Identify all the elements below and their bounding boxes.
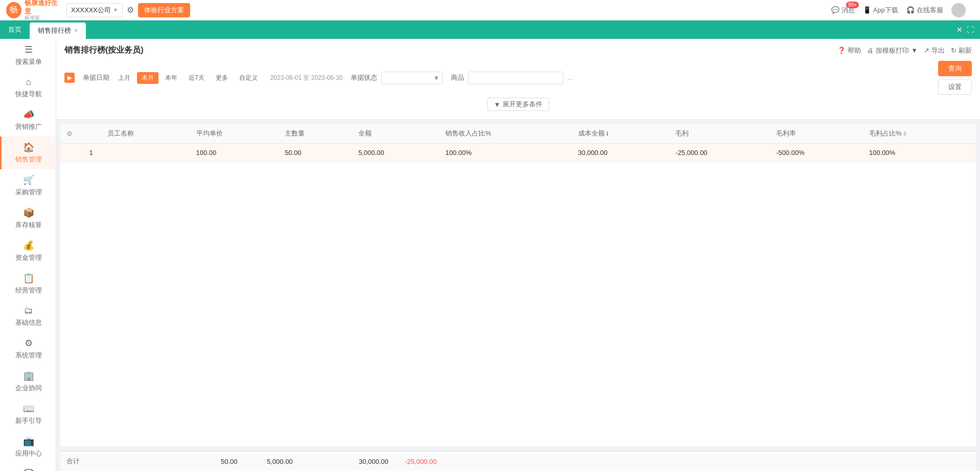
tab-right-actions: ✕ ⛶ (956, 26, 980, 34)
page-title: 销售排行榜(按业务员) (64, 45, 144, 56)
table-row: 1 100.00 50.00 5,000.00 100.00% 30,000.0… (60, 144, 976, 162)
appstore-icon: 📺 (23, 436, 34, 447)
sidebar-label-operation: 经营管理 (15, 286, 42, 295)
date-tab-last-month[interactable]: 上月 (113, 72, 135, 84)
print-dropdown-icon: ▼ (911, 47, 918, 54)
footer-amount: 5,000.00 (261, 458, 307, 465)
date-tab-more[interactable]: 更多 (211, 72, 233, 84)
main-layout: ☰ 搜索菜单 ⌂ 快捷导航 📣 营销推广 🏠 销售管理 🛒 采购管理 📦 库存核… (0, 39, 980, 471)
message-icon: 💬 (831, 6, 839, 14)
sidebar-label-newbie: 新手引导 (15, 416, 42, 425)
online-service-label: 在线客服 (917, 6, 943, 15)
more-fields-btn[interactable]: ... (567, 74, 573, 81)
close-tab-icon[interactable]: × (74, 27, 78, 34)
tab-sales-ranking[interactable]: 销售排行榜 × (30, 23, 86, 39)
message-area[interactable]: 💬 消息 99+ (831, 6, 855, 15)
row-sales-pct: 100.00% (439, 144, 572, 162)
date-tab-custom[interactable]: 自定义 (235, 72, 262, 84)
page-actions: ❓ 帮助 🖨 按模板打印 ▼ ↗ 导出 ↻ 刷新 (837, 46, 972, 55)
row-gross-pct: 100.00% (863, 144, 976, 162)
sidebar-item-marketing[interactable]: 📣 营销推广 (0, 104, 56, 137)
sidebar-label-purchase: 采购管理 (15, 188, 42, 197)
help-icon: ❓ (837, 47, 846, 54)
template-print-link[interactable]: 🖨 按模板打印 ▼ (867, 46, 918, 55)
sidebar-item-operation[interactable]: 📋 经营管理 (0, 267, 56, 300)
footer-label: 合计 (66, 457, 169, 466)
sidebar-item-newbie[interactable]: 📖 新手引导 (0, 398, 56, 431)
date-range-text: 2023-06-01 至 2023-06-30 (270, 74, 343, 82)
goods-input[interactable] (468, 72, 563, 84)
date-tab-this-month[interactable]: 本月 (137, 72, 158, 84)
sidebar-item-basic[interactable]: 🗂 基础信息 (0, 300, 56, 332)
sidebar-item-inventory[interactable]: 📦 库存核算 (0, 202, 56, 235)
sidebar-label-shortcut: 快捷导航 (15, 89, 42, 99)
top-right: 💬 消息 99+ 📱 App下载 🎧 在线客服 (831, 3, 974, 17)
active-tab-label: 销售排行榜 (38, 26, 71, 35)
footer-quantity: 50.00 (215, 458, 261, 465)
sidebar-label-search: 搜索菜单 (15, 57, 42, 66)
search-menu-icon: ☰ (25, 44, 33, 55)
sidebar-label-inventory: 库存核算 (15, 220, 42, 230)
filter-collapse-arrow[interactable]: ▶ (64, 73, 75, 83)
sidebar-label-enterprise: 企业协同 (15, 384, 42, 393)
newbie-icon: 📖 (23, 403, 34, 414)
sidebar-item-system[interactable]: ⚙ 系统管理 (0, 332, 56, 365)
col-header-gross-pct: 毛利占比% § (863, 124, 976, 144)
close-window-icon[interactable]: ✕ (956, 26, 963, 34)
col-header-avg-price: 平均单价 (190, 124, 279, 144)
logo-area: 畅 畅康通好生意 标准版 (6, 0, 62, 21)
col-header-quantity: 主数量 (279, 124, 352, 144)
wechat-icon: 💬 (23, 468, 34, 471)
sidebar-item-enterprise[interactable]: 🏢 企业协同 (0, 365, 56, 398)
row-amount: 5,000.00 (352, 144, 439, 162)
sidebar-item-wechat[interactable]: 💬 企业微信 (0, 463, 56, 471)
print-icon: 🖨 (867, 47, 874, 54)
col-header-cost: 成本全额 ℹ (572, 124, 670, 144)
col-header-settings[interactable]: ⚙ (60, 124, 81, 144)
footer-gross-pct (491, 458, 537, 465)
query-buttons: 查询 设置 (938, 61, 972, 95)
date-tab-this-year[interactable]: 本年 (161, 72, 182, 84)
sidebar-item-purchase[interactable]: 🛒 采购管理 (0, 169, 56, 202)
avatar[interactable] (951, 3, 966, 17)
trial-button[interactable]: 体验行业方案 (138, 3, 190, 17)
sidebar-item-search[interactable]: ☰ 搜索菜单 (0, 39, 56, 72)
sidebar-label-appstore: 应用中心 (15, 449, 42, 458)
row-gross: -25,000.00 (669, 144, 770, 162)
column-settings-icon[interactable]: ⚙ (66, 130, 73, 138)
phone-icon: 📱 (863, 6, 871, 14)
row-cost: 30,000.00 (572, 144, 670, 162)
help-link[interactable]: ❓ 帮助 (837, 46, 861, 55)
basic-icon: 🗂 (24, 305, 33, 316)
company-selector[interactable]: XXXXXX公司 ▼ (66, 3, 123, 17)
sidebar: ☰ 搜索菜单 ⌂ 快捷导航 📣 营销推广 🏠 销售管理 🛒 采购管理 📦 库存核… (0, 39, 56, 471)
sidebar-item-appstore[interactable]: 📺 应用中心 (0, 431, 56, 463)
sidebar-label-marketing: 营销推广 (15, 122, 42, 131)
logo-icon: 畅 (6, 2, 21, 18)
nav-tabs: 首页 销售排行榜 × ✕ ⛶ (0, 20, 980, 39)
query-button[interactable]: 查询 (938, 61, 972, 76)
purchase-icon: 🛒 (23, 174, 34, 186)
sidebar-item-sales[interactable]: 🏠 销售管理 (0, 137, 56, 169)
sidebar-item-finance[interactable]: 💰 资金管理 (0, 235, 56, 267)
sidebar-label-basic: 基础信息 (15, 318, 42, 327)
expand-conditions-btn[interactable]: ▼ 展开更多条件 (487, 98, 549, 111)
table-wrap: ⚙ 员工名称 平均单价 主数量 全额 销售收入占比% 成本全额 ℹ 毛利 毛利率… (60, 124, 976, 446)
sidebar-item-shortcut[interactable]: ⌂ 快捷导航 (0, 72, 56, 104)
status-filter: 单据状态 ▼ (351, 72, 443, 84)
export-link[interactable]: ↗ 导出 (924, 46, 945, 55)
status-select[interactable] (381, 72, 443, 84)
app-download[interactable]: 📱 App下载 (863, 6, 898, 15)
tab-home[interactable]: 首页 (0, 20, 30, 39)
online-service[interactable]: 🎧 在线客服 (906, 6, 943, 15)
footer-gross-rate (445, 458, 491, 465)
filter-area: ▶ 单据日期 上月 本月 本年 近7天 更多 自定义 2023-06-01 至 … (56, 56, 980, 120)
top-bar: 畅 畅康通好生意 标准版 XXXXXX公司 ▼ ⚙ 体验行业方案 💬 消息 99… (0, 0, 980, 20)
filter-settings-button[interactable]: 设置 (938, 79, 972, 95)
date-tab-7days[interactable]: 近7天 (184, 72, 209, 84)
data-table: ⚙ 员工名称 平均单价 主数量 全额 销售收入占比% 成本全额 ℹ 毛利 毛利率… (60, 124, 976, 162)
fullscreen-icon[interactable]: ⛶ (967, 26, 974, 34)
footer-gross: -25,000.00 (399, 458, 445, 465)
topbar-settings-icon[interactable]: ⚙ (127, 5, 134, 15)
refresh-link[interactable]: ↻ 刷新 (951, 46, 972, 55)
